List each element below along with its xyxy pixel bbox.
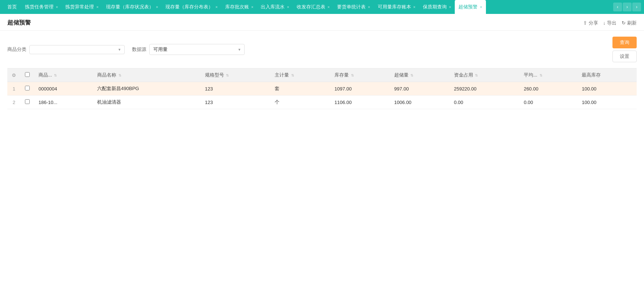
cell-max-stock: 100.00: [577, 82, 637, 96]
filter-bar: 商品分类 ▾ 数据源 可用量 ▾ 查询 设置: [0, 31, 644, 68]
cell-unit: 个: [270, 96, 330, 109]
share-icon: ⇪: [583, 20, 587, 26]
col-spec[interactable]: 规格型号 ⇅: [201, 68, 270, 82]
cell-capital: 0.00: [450, 96, 519, 109]
nav-next-button[interactable]: ›: [623, 3, 632, 11]
page-title: 超储预警: [7, 19, 31, 27]
col-stock[interactable]: 库存量 ⇅: [330, 68, 390, 82]
tab-xiancunliang-fenbu[interactable]: 现存量（库存分布表） ×: [162, 0, 221, 14]
close-icon[interactable]: ×: [413, 5, 416, 9]
table-row: 1 0000004 六配套新昌490BPG 123 套 1097.00 997.…: [7, 82, 637, 96]
sort-icon: ⇅: [351, 73, 354, 77]
close-icon[interactable]: ×: [449, 5, 451, 9]
tab-chaochuyujing[interactable]: 超储预警 ×: [455, 0, 486, 14]
cell-product-code: 186-10...: [34, 96, 93, 109]
tab-baozhiqi-chaxun[interactable]: 保质期查询 ×: [419, 0, 455, 14]
data-table: ⚙ 商品... ⇅ 商品名称 ⇅ 规格型号 ⇅: [7, 68, 637, 109]
tab-yaohuo-tongji[interactable]: 要货单统计表 ×: [333, 0, 374, 14]
cell-product-name: 机油滤清器: [93, 96, 201, 109]
sort-icon: ⇅: [226, 73, 229, 77]
nav-prev-button[interactable]: ‹: [613, 3, 622, 11]
datasource-label: 数据源: [132, 46, 146, 53]
cell-stock: 1097.00: [330, 82, 390, 96]
cell-unit: 套: [270, 82, 330, 96]
cell-over-stock: 997.00: [390, 82, 450, 96]
col-product-code[interactable]: 商品... ⇅: [34, 68, 93, 82]
tab-kucun-pici[interactable]: 库存批次账 ×: [222, 0, 257, 14]
datasource-filter-group: 数据源 可用量 ▾: [132, 44, 245, 55]
cell-product-code: 0000004: [34, 82, 93, 96]
nav-arrows: ‹ › ›: [613, 3, 641, 11]
page-actions: ⇪ 分享 ↓ 导出 ↻ 刷新: [583, 20, 637, 26]
close-icon[interactable]: ×: [215, 5, 217, 9]
refresh-icon: ↻: [622, 20, 626, 26]
cell-spec: 123: [201, 96, 270, 109]
page-content: 超储预警 ⇪ 分享 ↓ 导出 ↻ 刷新 商品分类 ▾ 数据源: [0, 14, 644, 293]
col-over-stock[interactable]: 超储量 ⇅: [390, 68, 450, 82]
row-checkbox[interactable]: [25, 99, 30, 104]
tab-xiancunliang-zhuangkuang[interactable]: 现存量（库存状况表） ×: [102, 0, 162, 14]
close-icon[interactable]: ×: [480, 5, 482, 9]
settings-col-header: ⚙: [7, 68, 21, 82]
export-icon: ↓: [603, 20, 606, 26]
nav-home[interactable]: 首页: [3, 0, 21, 14]
col-avg-price[interactable]: 平均... ⇅: [519, 68, 577, 82]
checkbox-col-header: [21, 68, 34, 82]
tab-jianhuo-yichang[interactable]: 拣货异常处理 ×: [62, 0, 102, 14]
close-icon[interactable]: ×: [368, 5, 370, 9]
export-button[interactable]: ↓ 导出: [603, 20, 617, 26]
col-unit[interactable]: 主计量 ⇅: [270, 68, 330, 82]
top-nav: 首页 拣货任务管理 × 拣货异常处理 × 现存量（库存状况表） × 现存量（库存…: [0, 0, 644, 14]
row-checkbox[interactable]: [25, 86, 30, 90]
refresh-button[interactable]: ↻ 刷新: [622, 20, 637, 26]
table-row: 2 186-10... 机油滤清器 123 个 1106.00 1006.00 …: [7, 96, 637, 109]
table-header-row: ⚙ 商品... ⇅ 商品名称 ⇅ 规格型号 ⇅: [7, 68, 637, 82]
gear-icon[interactable]: ⚙: [12, 73, 16, 78]
col-max-stock[interactable]: 最高库存: [577, 68, 637, 82]
cell-product-name: 六配套新昌490BPG: [93, 82, 201, 96]
col-product-name[interactable]: 商品名称 ⇅: [93, 68, 201, 82]
cell-over-stock: 1006.00: [390, 96, 450, 109]
sort-icon: ⇅: [291, 73, 294, 77]
tab-keyongliang-zhangben[interactable]: 可用量库存账本 ×: [374, 0, 419, 14]
category-label: 商品分类: [7, 46, 26, 53]
page-header: 超储预警 ⇪ 分享 ↓ 导出 ↻ 刷新: [0, 14, 644, 31]
sort-icon: ⇅: [410, 73, 413, 77]
cell-stock: 1106.00: [330, 96, 390, 109]
chevron-down-icon: ▾: [118, 47, 121, 52]
sort-icon: ⇅: [539, 73, 542, 77]
close-icon[interactable]: ×: [251, 5, 253, 9]
sort-icon: ⇅: [475, 73, 478, 77]
filter-buttons: 查询 设置: [612, 37, 637, 62]
cell-max-stock: 100.00: [577, 96, 637, 109]
close-icon[interactable]: ×: [156, 5, 158, 9]
row-number: 1: [7, 82, 21, 96]
settings-button[interactable]: 设置: [612, 51, 637, 62]
col-capital[interactable]: 资金占用 ⇅: [450, 68, 519, 82]
select-all-checkbox[interactable]: [25, 72, 30, 77]
row-number: 2: [7, 96, 21, 109]
close-icon[interactable]: ×: [96, 5, 98, 9]
row-checkbox-cell: [21, 96, 34, 109]
close-icon[interactable]: ×: [287, 5, 289, 9]
category-filter-group: 商品分类 ▾: [7, 45, 125, 54]
sort-icon: ⇅: [118, 73, 121, 77]
query-button[interactable]: 查询: [612, 37, 637, 48]
nav-menu-button[interactable]: ›: [632, 3, 641, 11]
datasource-select[interactable]: 可用量 ▾: [149, 44, 245, 55]
cell-avg-price: 0.00: [519, 96, 577, 109]
cell-avg-price: 260.00: [519, 82, 577, 96]
row-checkbox-cell: [21, 82, 34, 96]
sort-icon: ⇅: [54, 73, 57, 77]
close-icon[interactable]: ×: [56, 5, 58, 9]
tab-churuku-liushui[interactable]: 出入库流水 ×: [257, 0, 293, 14]
table-container: ⚙ 商品... ⇅ 商品名称 ⇅ 规格型号 ⇅: [0, 68, 644, 109]
cell-capital: 259220.00: [450, 82, 519, 96]
cell-spec: 123: [201, 82, 270, 96]
tab-jianhuorenwuguanli[interactable]: 拣货任务管理 ×: [21, 0, 62, 14]
chevron-down-icon: ▾: [238, 47, 241, 52]
category-select[interactable]: ▾: [29, 45, 125, 54]
close-icon[interactable]: ×: [328, 5, 330, 9]
share-button[interactable]: ⇪ 分享: [583, 20, 598, 26]
tab-shoufacun-huizong[interactable]: 收发存汇总表 ×: [293, 0, 333, 14]
